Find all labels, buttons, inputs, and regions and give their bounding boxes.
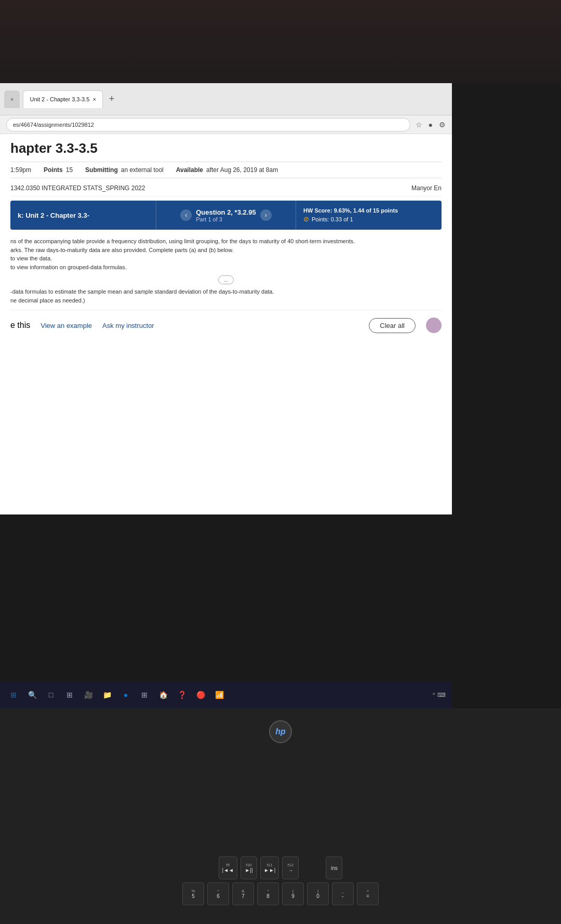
taskbar-home-icon[interactable]: 🏠 xyxy=(156,688,170,702)
points-text: Points: 0.33 of 1 xyxy=(312,216,353,222)
key-f12-bottom: → xyxy=(288,867,293,873)
tab-active-close[interactable]: × xyxy=(92,96,96,102)
points-icon: ⊘ xyxy=(303,215,309,223)
question-text-3: to view the data. xyxy=(10,254,442,263)
page-content: hapter 3.3-3.5 1:59pm Points 15 Submitti… xyxy=(0,134,452,514)
view-example-link[interactable]: View an example xyxy=(41,322,92,329)
key-f5-top: f5 xyxy=(226,863,230,867)
taskbar-windows-icon[interactable]: ⊞ xyxy=(6,688,21,702)
course-row: 1342.0350 INTEGRATED STATS_SPRING 2022 M… xyxy=(10,184,442,196)
key-f11[interactable]: f11 ►►| xyxy=(260,856,279,879)
key-9[interactable]: ( 9 xyxy=(282,882,304,905)
meta-points: Points 15 xyxy=(44,166,73,174)
key-0[interactable]: ) 0 xyxy=(307,882,329,905)
key-8[interactable]: * 8 xyxy=(257,882,279,905)
taskbar-files-icon[interactable]: □ xyxy=(44,688,58,702)
browser-icons: ☆ ● ⚙ xyxy=(416,121,446,129)
instructor-name: Manyor En xyxy=(411,184,442,192)
question-label-container: Question 2, *3.2.95 Part 1 of 3 xyxy=(196,208,256,222)
key-8-top: * xyxy=(267,889,269,893)
taskbar-video-icon[interactable]: 🎥 xyxy=(81,688,96,702)
nav-bar-score: HW Score: 9.63%, 1.44 of 15 points ⊘ Poi… xyxy=(296,201,442,230)
prev-question-button[interactable]: ‹ xyxy=(180,209,192,221)
key-9-bottom: 9 xyxy=(291,893,295,899)
hp-logo-circle: hp xyxy=(269,720,292,743)
nav-bar-question: ‹ Question 2, *3.2.95 Part 1 of 3 › xyxy=(156,201,296,230)
taskbar-arrow-icon: ^ xyxy=(433,692,435,698)
hp-logo: hp xyxy=(268,719,293,745)
taskbar-folder-icon[interactable]: 📁 xyxy=(100,688,114,702)
taskbar-security-icon[interactable]: 🔴 xyxy=(193,688,208,702)
key-f10[interactable]: f10 ►|| xyxy=(241,856,257,879)
action-bar: e this View an example Ask my instructor… xyxy=(10,310,442,340)
key-f11-bottom: ►►| xyxy=(264,867,275,873)
nav-bar-assignment-title: k: Unit 2 - Chapter 3.3- xyxy=(10,201,156,230)
nav-arrows: ‹ Question 2, *3.2.95 Part 1 of 3 › xyxy=(180,208,272,222)
tab-active[interactable]: Unit 2 - Chapter 3.3-3.5 × xyxy=(23,90,102,108)
key-ins[interactable]: ins xyxy=(326,856,342,879)
meta-points-label: Points xyxy=(44,166,63,174)
tab-inactive-close[interactable]: × xyxy=(10,96,14,102)
circle-action-button[interactable] xyxy=(426,318,442,333)
key-f5[interactable]: f5 |◄◄ xyxy=(219,856,237,879)
help-this-text: e this xyxy=(10,321,30,330)
question-nav-bar: k: Unit 2 - Chapter 3.3- ‹ Question 2, *… xyxy=(10,201,442,230)
key-equals[interactable]: + = xyxy=(357,882,379,905)
meta-available: Available after Aug 26, 2019 at 8am xyxy=(176,166,278,174)
key-6-top: ^ xyxy=(217,889,219,893)
meta-available-label: Available xyxy=(176,166,203,174)
key-6[interactable]: ^ 6 xyxy=(207,882,229,905)
course-name: 1342.0350 INTEGRATED STATS_SPRING 2022 xyxy=(10,184,145,192)
decimal-text: ne decimal place as needed.) xyxy=(10,296,442,305)
keyboard-area: hp f5 |◄◄ f10 ►|| f11 ►►| f12 → ins xyxy=(0,708,561,924)
taskbar-help-icon[interactable]: ❓ xyxy=(175,688,189,702)
key-5[interactable]: % 5 xyxy=(182,882,204,905)
question-formula-text: -data formulas to estimate the sample me… xyxy=(10,287,442,305)
key-f12-top: f12 xyxy=(288,863,293,867)
question-part: Part 1 of 3 xyxy=(196,216,256,222)
key-5-top: % xyxy=(191,889,195,893)
star-icon[interactable]: ☆ xyxy=(416,121,422,129)
meta-submitting-value: an external tool xyxy=(121,166,164,174)
key-f10-bottom: ►|| xyxy=(245,867,252,873)
keyboard: f5 |◄◄ f10 ►|| f11 ►►| f12 → ins % xyxy=(10,856,551,908)
key-f5-bottom: |◄◄ xyxy=(222,867,234,873)
taskbar-search-icon[interactable]: 🔍 xyxy=(25,688,39,702)
number-key-row: % 5 ^ 6 & 7 * 8 ( 9 ) 0 xyxy=(10,882,551,905)
key-equals-bottom: = xyxy=(366,893,369,899)
key-7[interactable]: & 7 xyxy=(232,882,254,905)
meta-time: 1:59pm xyxy=(10,166,31,174)
key-f11-top: f11 xyxy=(267,863,273,867)
expand-button[interactable]: ... xyxy=(218,275,234,284)
question-text-1: ns of the accompanying table provide a f… xyxy=(10,237,442,246)
tab-inactive[interactable]: × xyxy=(4,90,20,108)
key-f12[interactable]: f12 → xyxy=(282,856,299,879)
new-tab-button[interactable]: + xyxy=(106,94,118,104)
taskbar-network-icon[interactable]: 📶 xyxy=(212,688,226,702)
question-text-4: to view information on grouped-data form… xyxy=(10,263,442,272)
ask-instructor-link[interactable]: Ask my instructor xyxy=(102,322,154,329)
formula-text: -data formulas to estimate the sample me… xyxy=(10,287,442,296)
clear-all-button[interactable]: Clear all xyxy=(369,318,416,333)
key-minus[interactable]: _ - xyxy=(332,882,354,905)
settings-icon[interactable]: ⚙ xyxy=(439,121,446,129)
screen-right-edge xyxy=(452,83,561,514)
address-text: es/46674/assignments/1029812 xyxy=(13,122,94,128)
key-7-top: & xyxy=(242,889,244,893)
assignment-title-text: k: Unit 2 - Chapter 3.3- xyxy=(18,212,89,219)
taskbar-edge-icon[interactable]: ● xyxy=(118,688,133,702)
key-9-top: ( xyxy=(292,889,294,893)
user-icon[interactable]: ● xyxy=(429,121,433,129)
key-equals-top: + xyxy=(367,889,369,893)
key-0-bottom: 0 xyxy=(316,893,319,899)
next-question-button[interactable]: › xyxy=(260,209,272,221)
tab-active-label: Unit 2 - Chapter 3.3-3.5 xyxy=(30,96,89,102)
hw-score-text: HW Score: 9.63%, 1.44 of 15 points xyxy=(303,207,434,214)
key-ins-label: ins xyxy=(331,865,338,871)
taskbar-right: ^ ⌨ xyxy=(433,692,446,698)
taskbar-apps-icon[interactable]: ⊞ xyxy=(137,688,152,702)
taskbar-grid-icon[interactable]: ⊞ xyxy=(62,688,77,702)
meta-row: 1:59pm Points 15 Submitting an external … xyxy=(10,162,442,178)
page-title: hapter 3.3-3.5 xyxy=(10,140,442,156)
address-bar[interactable]: es/46674/assignments/1029812 xyxy=(6,118,410,131)
